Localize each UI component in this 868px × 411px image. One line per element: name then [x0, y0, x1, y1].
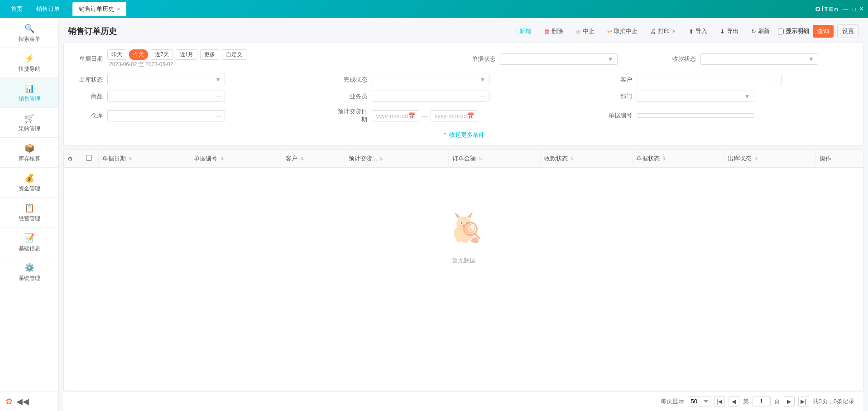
delivery-label: 出库状态 — [71, 76, 107, 84]
new-button[interactable]: + 新增 — [510, 25, 536, 38]
query-button[interactable]: 查询 — [813, 25, 834, 38]
tab-sales-order-history-close[interactable]: × — [117, 6, 120, 12]
export-button[interactable]: ⬇ 导出 — [715, 25, 743, 38]
filter-dept-section: 部门 ▼ — [600, 91, 856, 102]
filter-date-row: 昨天 今天 近7天 近1月 更多 自定义 — [107, 49, 246, 60]
svg-point-15 — [462, 239, 468, 243]
warehouse-input[interactable]: ··· — [107, 110, 225, 121]
last-page-btn[interactable]: ▶| — [798, 396, 809, 407]
sidebar-item-search-label: 搜索菜单 — [19, 35, 40, 43]
date-1month-btn[interactable]: 近1月 — [176, 49, 198, 60]
tab-sales-order-close[interactable]: × — [62, 6, 65, 12]
th-date[interactable]: 单据日期 ⇅ — [98, 150, 190, 168]
sidebar-item-finance[interactable]: 💰 资金管理 — [0, 168, 58, 198]
finance-icon: 💰 — [24, 173, 34, 183]
filter-area: 单据日期 昨天 今天 近7天 近1月 更多 自定义 — [63, 43, 863, 146]
complete-status-select[interactable]: ▼ — [372, 74, 489, 85]
tab-home-label: 首页 — [11, 5, 23, 13]
display-detail-checkbox[interactable]: 显示明细 — [778, 27, 809, 35]
delivery-status-select[interactable]: ▼ — [107, 74, 225, 85]
calendar-start-icon[interactable]: 📅 — [408, 112, 415, 119]
stop-icon: ⊘ — [576, 28, 581, 35]
stop-button[interactable]: ⊘ 中止 — [571, 25, 599, 38]
sidebar-item-search[interactable]: 🔍 搜索菜单 — [0, 18, 58, 48]
page-number-input[interactable]: 1 — [753, 396, 771, 406]
filter-expected-date-section: 预计交货日期 yyyy-mm-dd 📅 — yyyy-mm-dd 📅 — [336, 107, 591, 124]
settings-gear-icon[interactable]: ⚙ — [67, 155, 73, 162]
date-more-btn[interactable]: 更多 — [200, 49, 219, 60]
settings-config-button[interactable]: 设置 — [837, 24, 859, 38]
sidebar-item-sales[interactable]: 📊 销售管理 — [0, 78, 58, 108]
select-all-checkbox[interactable] — [86, 155, 92, 161]
th-number[interactable]: 单据编号 ⇅ — [190, 150, 282, 168]
salesperson-input[interactable]: ··· — [372, 91, 489, 102]
basic-info-icon: 📝 — [24, 233, 34, 243]
sidebar-settings-icon[interactable]: ⚙ — [5, 396, 13, 406]
date-custom-btn[interactable]: 自定义 — [222, 49, 246, 60]
dept-select[interactable]: ▼ — [637, 91, 754, 102]
first-page-btn[interactable]: |◀ — [714, 396, 725, 407]
tab-home[interactable]: 首页 — [5, 2, 29, 16]
top-bar-right: OfTEn — □ × — [815, 5, 863, 13]
th-action: 操作 — [816, 150, 863, 168]
per-page-select[interactable]: 50 10 20 100 — [688, 396, 710, 406]
date-range-text: 2023-06-02 至 2023-06-02 — [109, 61, 246, 68]
date-7days-btn[interactable]: 近7天 — [151, 49, 173, 60]
print-button[interactable]: 🖨 打印 ▼ — [646, 25, 681, 38]
sidebar-collapse-icon[interactable]: ◀◀ — [16, 396, 29, 406]
next-page-btn[interactable]: ▶ — [784, 396, 795, 407]
window-close-icon[interactable]: × — [859, 5, 863, 13]
th-payment-status[interactable]: 收款状态 ⇅ — [540, 150, 632, 168]
dept-dropdown-icon: ▼ — [744, 93, 750, 100]
doc-status-select[interactable]: ▼ — [500, 53, 618, 65]
sidebar-item-system[interactable]: ⚙️ 系统管理 — [0, 257, 58, 287]
expected-date-range: yyyy-mm-dd 📅 — yyyy-mm-dd 📅 — [372, 110, 478, 121]
sidebar-item-basic-info-label: 基础信息 — [19, 245, 40, 252]
delete-button[interactable]: 🗑 删除 — [539, 25, 568, 38]
th-settings[interactable]: ⚙ — [64, 150, 82, 168]
th-customer[interactable]: 客户 ⇅ — [282, 150, 345, 168]
empty-text: 暂无数据 — [452, 256, 475, 265]
tab-sales-order[interactable]: 销售订单 × — [30, 2, 72, 16]
expected-date-end[interactable]: yyyy-mm-dd 📅 — [431, 110, 478, 121]
doc-number-input[interactable] — [637, 113, 754, 118]
doc-number-label: 单据编号 — [600, 111, 637, 120]
total-info: 共0页，0条记录 — [813, 397, 854, 406]
prev-page-btn[interactable]: ◀ — [729, 396, 739, 407]
sidebar-item-basic-info[interactable]: 📝 基础信息 — [0, 227, 58, 257]
th-delivery-status[interactable]: 出库状态 ⇅ — [724, 150, 816, 168]
sidebar-item-purchase[interactable]: 🛒 采购管理 — [0, 108, 58, 138]
page-label-pre: 第 — [743, 397, 749, 406]
filter-row-1: 单据日期 昨天 今天 近7天 近1月 更多 自定义 — [71, 49, 856, 68]
date-today-btn[interactable]: 今天 — [129, 49, 148, 60]
import-button[interactable]: ⬆ 导入 — [684, 25, 712, 38]
th-expected-date[interactable]: 预计交货... ⇅ — [345, 150, 448, 168]
display-detail-input[interactable] — [778, 29, 784, 34]
th-checkbox[interactable] — [82, 150, 98, 168]
refresh-button[interactable]: ↻ 刷新 — [747, 25, 774, 38]
filter-row-4: 仓库 ··· 预计交货日期 yyyy-mm-dd 📅 — — [71, 107, 856, 124]
sidebar-item-operation[interactable]: 📋 经营管理 — [0, 198, 58, 227]
tab-sales-order-history[interactable]: 销售订单历史 × — [72, 2, 126, 16]
collapse-filter-btn[interactable]: ⌃ 收起更多条件 — [71, 129, 856, 141]
payment-status-select[interactable]: ▼ — [700, 53, 818, 65]
sidebar-item-quick-nav[interactable]: ⚡ 快捷导航 — [0, 48, 58, 78]
th-amount[interactable]: 订单金额 ⇅ — [449, 150, 541, 168]
empty-illustration — [441, 204, 486, 249]
customer-input[interactable]: ··· — [637, 74, 782, 85]
th-expected-date-sort-icon: ⇅ — [379, 156, 383, 161]
sidebar-item-inventory[interactable]: 📦 库存核算 — [0, 138, 58, 168]
expected-date-start[interactable]: yyyy-mm-dd 📅 — [372, 110, 419, 121]
table-area: ⚙ 单据日期 ⇅ 单据编号 ⇅ — [63, 150, 863, 391]
window-minimize-icon[interactable]: — — [843, 6, 849, 13]
cancel-stop-button[interactable]: ↩ 取消中止 — [603, 25, 642, 38]
svg-point-14 — [456, 238, 462, 242]
date-yesterday-btn[interactable]: 昨天 — [107, 49, 126, 60]
th-amount-sort-icon: ⇅ — [479, 156, 482, 161]
product-input[interactable]: ··· — [107, 91, 225, 102]
customer-label: 客户 — [600, 76, 637, 84]
th-doc-status[interactable]: 单据状态 ⇅ — [632, 150, 724, 168]
calendar-end-icon[interactable]: 📅 — [467, 112, 474, 119]
window-maximize-icon[interactable]: □ — [852, 6, 856, 13]
per-page-label: 每页显示 — [661, 397, 684, 406]
